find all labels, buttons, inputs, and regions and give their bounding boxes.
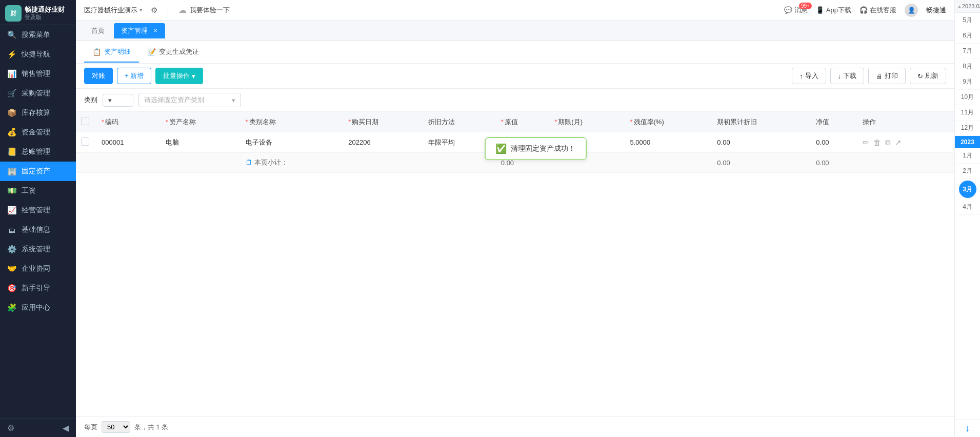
cloud-icon: ☁: [178, 5, 187, 15]
sidebar: 财 畅捷通好业财 普及版 🔍搜索菜单⚡快捷导航📊销售管理🛒采购管理📦库存核算💰资…: [0, 0, 76, 437]
per-page-select[interactable]: 50 100 200: [102, 421, 130, 433]
tab-home[interactable]: 首页: [84, 23, 112, 38]
new-button[interactable]: + 新增: [117, 68, 151, 84]
per-page-label: 每页: [84, 423, 97, 432]
tab-close-icon[interactable]: ✕: [153, 27, 158, 34]
right-panel-download[interactable]: ↓: [955, 420, 980, 437]
collapse-icon[interactable]: ◀: [63, 423, 69, 433]
topbar-settings-icon[interactable]: ⚙: [151, 6, 157, 15]
category-input[interactable]: 请选择固定资产类别 ▾: [138, 93, 241, 107]
import-button[interactable]: ↑ 导入: [792, 68, 826, 84]
sidebar-icon-5: 💰: [7, 128, 16, 137]
th-original-value: *原值: [496, 112, 549, 132]
sidebar-label-8: 工资: [22, 186, 36, 195]
month-item-9[interactable]: 1月: [955, 148, 980, 164]
td-code-0: 000001: [96, 132, 161, 153]
success-toast: ✅ 清理固定资产成功！: [485, 137, 586, 160]
sidebar-item-采购管理[interactable]: 🛒采购管理: [0, 84, 76, 103]
sidebar-icon-11: ⚙️: [7, 245, 16, 254]
month-item-2[interactable]: 7月: [955, 44, 980, 59]
sidebar-item-总账管理[interactable]: 📒总账管理: [0, 142, 76, 162]
sub-tab-change-voucher[interactable]: 📝 变更生成凭证: [139, 42, 207, 63]
sidebar-icon-9: 📈: [7, 206, 16, 215]
service-btn[interactable]: 🎧 在线客服: [859, 6, 896, 15]
sidebar-label-4: 库存核算: [22, 108, 50, 117]
right-panel-year: 2023.03: [962, 3, 980, 9]
sidebar-label-1: 快捷导航: [22, 50, 50, 59]
edit-icon-0[interactable]: ✏: [863, 138, 869, 147]
app-download-btn[interactable]: 📱 App下载: [816, 6, 851, 15]
sidebar-item-新手引导[interactable]: 🎯新手引导: [0, 279, 76, 298]
month-item-6[interactable]: 11月: [955, 105, 980, 121]
more-icon-0[interactable]: ↗: [895, 138, 902, 147]
sidebar-logo: 财 畅捷通好业财 普及版: [0, 0, 76, 25]
td-initial-0: 0.00: [712, 132, 811, 153]
toolbar: 对账 + 新增 批量操作 ▾ ↑ 导入 ↓ 下载 🖨 打印: [76, 64, 954, 89]
delete-icon-0[interactable]: 🗑: [873, 138, 881, 147]
th-period: *期限(月): [549, 112, 625, 132]
service-label: 在线客服: [870, 6, 896, 15]
sidebar-label-12: 企业协同: [22, 264, 50, 273]
sidebar-item-基础信息[interactable]: 🗂基础信息: [0, 220, 76, 240]
sidebar-item-企业协同[interactable]: 🤝企业协同: [0, 259, 76, 279]
month-item-1[interactable]: 6月: [955, 28, 980, 44]
tabs-bar: 首页 资产管理 ✕: [76, 21, 954, 41]
category-select[interactable]: ▾: [103, 94, 133, 107]
topbar-divider: [168, 6, 168, 15]
message-btn[interactable]: 💬 消息 99+: [784, 6, 808, 15]
sidebar-item-库存核算[interactable]: 📦库存核算: [0, 103, 76, 123]
sidebar-item-经营管理[interactable]: 📈经营管理: [0, 201, 76, 220]
month-item-7[interactable]: 12月: [955, 121, 980, 136]
month-item-4[interactable]: 9月: [955, 74, 980, 90]
sidebar-item-系统管理[interactable]: ⚙️系统管理: [0, 240, 76, 259]
topbar: 医疗器械行业演示 ▾ ⚙ ☁ 我要体验一下 💬 消息 99+ 📱 App下载 🎧…: [76, 0, 954, 21]
user-avatar: 👤: [905, 4, 918, 17]
change-voucher-icon: 📝: [147, 48, 156, 56]
experience-btn[interactable]: ☁ 我要体验一下: [178, 5, 230, 15]
logo-text: 畅捷通好业财: [25, 6, 65, 14]
settings-icon[interactable]: ⚙: [7, 423, 14, 433]
sidebar-item-销售管理[interactable]: 📊销售管理: [0, 64, 76, 84]
download-button[interactable]: ↓ 下载: [830, 68, 865, 84]
month-item-11[interactable]: 3月: [959, 181, 976, 198]
sidebar-item-固定资产[interactable]: 🏢固定资产: [0, 162, 76, 181]
batch-ops-button[interactable]: 批量操作 ▾: [155, 68, 203, 84]
sidebar-label-9: 经营管理: [22, 206, 50, 215]
service-icon: 🎧: [859, 6, 868, 14]
row-checkbox-0[interactable]: [81, 137, 89, 146]
header-checkbox[interactable]: [81, 117, 89, 125]
sidebar-label-11: 系统管理: [22, 245, 50, 254]
sidebar-label-5: 资金管理: [22, 128, 50, 137]
month-item-0[interactable]: 5月: [955, 13, 980, 28]
batch-chevron-icon: ▾: [192, 72, 195, 80]
asset-detail-icon: 📋: [92, 48, 101, 56]
refresh-button[interactable]: ↻ 刷新: [910, 68, 946, 84]
td-actions-0: ✏ 🗑 ⧉ ↗: [857, 132, 954, 153]
duizhang-button[interactable]: 对账: [84, 68, 113, 84]
sidebar-item-资金管理[interactable]: 💰资金管理: [0, 123, 76, 142]
company-chevron-icon: ▾: [139, 7, 143, 13]
sidebar-icon-12: 🤝: [7, 264, 16, 273]
sidebar-label-14: 应用中心: [22, 303, 50, 312]
sidebar-item-应用中心[interactable]: 🧩应用中心: [0, 298, 76, 317]
tab-asset-mgmt[interactable]: 资产管理 ✕: [114, 23, 165, 38]
month-item-10[interactable]: 2月: [955, 164, 980, 179]
pagination: 每页 50 100 200 条，共 1 条: [76, 416, 954, 437]
month-item-12[interactable]: 4月: [955, 200, 980, 215]
sub-tab-asset-detail[interactable]: 📋 资产明细: [84, 42, 139, 63]
th-code: *编码: [96, 112, 161, 132]
td-checkbox-0: [76, 132, 96, 153]
month-item-3[interactable]: 8月: [955, 59, 980, 74]
right-panel-header: ▲ 2023.03 ▼: [955, 0, 980, 13]
sidebar-icon-7: 🏢: [7, 167, 16, 176]
sidebar-item-工资[interactable]: 💵工资: [0, 181, 76, 201]
sidebar-item-快捷导航[interactable]: ⚡快捷导航: [0, 45, 76, 64]
print-button[interactable]: 🖨 打印: [868, 68, 906, 84]
month-item-8[interactable]: 2023: [955, 136, 980, 148]
right-panel-up-icon[interactable]: ▲: [957, 4, 962, 9]
sidebar-item-搜索菜单[interactable]: 🔍搜索菜单: [0, 25, 76, 45]
company-selector[interactable]: 医疗器械行业演示 ▾: [84, 6, 143, 15]
import-icon: ↑: [799, 72, 803, 80]
month-item-5[interactable]: 10月: [955, 90, 980, 105]
copy-icon-0[interactable]: ⧉: [885, 138, 891, 147]
